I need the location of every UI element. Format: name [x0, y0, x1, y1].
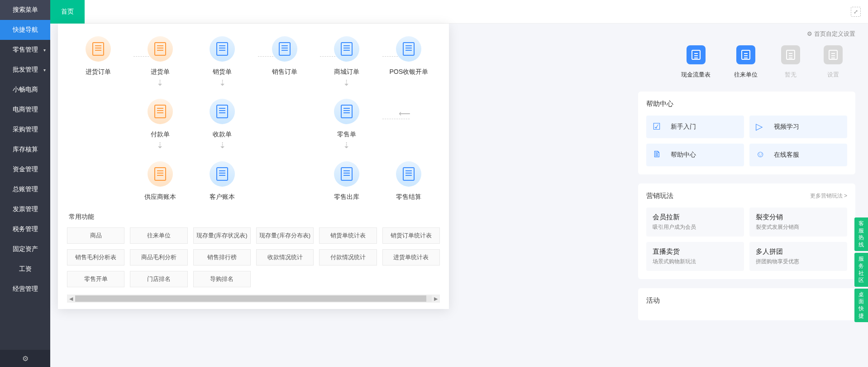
marketing-title: 营销玩法	[646, 192, 673, 200]
chevron-down-icon: ▾	[43, 48, 46, 53]
float-button[interactable]: 服务社区	[854, 253, 868, 286]
function-button[interactable]: 商品毛利分析	[130, 249, 187, 266]
marketing-item[interactable]: 会员拉新吸引用户成为会员	[646, 208, 744, 237]
function-button[interactable]: 现存量(库存状况表)	[193, 227, 251, 244]
help-center-title: 帮助中心	[646, 100, 673, 108]
marketing-item[interactable]: 直播卖货场景式购物新玩法	[646, 242, 744, 271]
marketing-item-title: 会员拉新	[653, 213, 738, 222]
function-button[interactable]: 进货单统计表	[382, 249, 440, 266]
doc-icon	[396, 161, 421, 187]
marketing-item-subtitle: 拼团购物享受优惠	[756, 258, 841, 266]
flow-node[interactable]: 零售出库	[315, 161, 377, 201]
flow-node[interactable]: POS收银开单	[378, 36, 440, 76]
tab-home[interactable]: 首页	[50, 0, 85, 24]
shortcut-label: 暂无	[785, 71, 796, 79]
sidebar-item[interactable]: 搜索菜单	[0, 0, 50, 20]
flow-node[interactable]: 收款单⇣	[191, 99, 253, 139]
flow-node-label: 收款单	[213, 130, 232, 139]
sidebar-item[interactable]: 总账管理	[0, 179, 50, 199]
doc-icon	[210, 99, 235, 124]
sidebar-item[interactable]: 采购管理	[0, 120, 50, 140]
right-panel: ⚙ 首页自定义设置 现金流量表往来单位暂无设置 帮助中心 ☑新手入门▷视频学习🗎…	[638, 30, 855, 320]
function-button[interactable]: 商品	[67, 227, 124, 244]
shortcut-item[interactable]: 现金流量表	[681, 45, 711, 79]
function-button[interactable]: 销货订单统计表	[382, 227, 440, 244]
shortcut-item[interactable]: 往来单位	[734, 45, 758, 79]
doc-icon	[334, 36, 359, 62]
sidebar-item[interactable]: 小畅电商	[0, 80, 50, 100]
side-float-buttons: 客服热线服务社区桌面快捷	[854, 217, 868, 322]
sidebar-item[interactable]: 固定资产	[0, 239, 50, 259]
flow-node-label: 零售单	[337, 130, 356, 139]
arrow-down-icon: ⇣	[157, 78, 163, 88]
horizontal-scrollbar[interactable]: ◀ ▶	[67, 295, 440, 303]
marketing-item[interactable]: 裂变分销裂变式发展分销商	[749, 208, 847, 237]
function-button[interactable]: 收款情况统计	[256, 249, 314, 266]
flow-node-label: 商城订单	[334, 68, 359, 76]
function-button[interactable]: 现存量(库存分布表)	[256, 227, 314, 244]
shortcut-icon	[781, 45, 800, 64]
settings-gear-icon[interactable]: ⚙	[0, 350, 50, 367]
scroll-left-icon[interactable]: ◀	[67, 296, 75, 302]
flow-node[interactable]: 销货单⟵⇣	[191, 36, 253, 76]
marketing-item-subtitle: 场景式购物新玩法	[653, 258, 738, 266]
doc-icon	[148, 99, 173, 124]
sidebar-item[interactable]: 资金管理	[0, 159, 50, 179]
help-icon: 🗎	[653, 149, 664, 161]
topbar: 首页 ⤢	[50, 0, 868, 24]
function-button[interactable]: 门店排名	[130, 271, 187, 287]
flow-node[interactable]: 进货订单⟶	[67, 36, 129, 76]
flow-node[interactable]: 零售单⟵⇣	[315, 99, 377, 139]
arrow-down-icon: ⇣	[343, 78, 350, 88]
help-item[interactable]: ☑新手入门	[646, 116, 744, 138]
flow-node[interactable]: 供应商账本	[129, 161, 191, 201]
marketing-more-link[interactable]: 更多营销玩法 >	[810, 192, 847, 200]
help-item[interactable]: ☺在线客服	[749, 144, 847, 166]
help-label: 视频学习	[774, 123, 799, 131]
shortcut-item[interactable]: 暂无	[781, 45, 800, 79]
flow-node[interactable]: 商城订单⟵⇣	[315, 36, 377, 76]
shortcut-icon	[736, 45, 755, 64]
help-item[interactable]: ▷视频学习	[749, 116, 847, 138]
flow-node[interactable]: 销售订单⟵	[253, 36, 315, 76]
sidebar-item[interactable]: 发票管理	[0, 199, 50, 219]
shortcut-icon	[824, 45, 843, 64]
shortcut-item[interactable]: 设置	[824, 45, 843, 79]
sidebar-item[interactable]: 快捷导航	[0, 20, 50, 40]
fullscreen-icon[interactable]: ⤢	[851, 7, 861, 17]
marketing-item[interactable]: 多人拼团拼团购物享受优惠	[749, 242, 847, 271]
flow-node[interactable]: 进货单⇣	[129, 36, 191, 76]
sidebar-item[interactable]: 经营管理	[0, 279, 50, 299]
quick-nav-flyout: 进货订单⟶进货单⇣销货单⟵⇣销售订单⟵商城订单⟵⇣POS收银开单付款单⇣收款单⇣…	[58, 24, 449, 309]
function-button[interactable]: 零售开单	[67, 271, 124, 287]
function-button[interactable]: 付款情况统计	[319, 249, 377, 266]
function-button[interactable]: 销售排行榜	[193, 249, 251, 266]
function-button[interactable]: 导购排名	[193, 271, 251, 287]
float-button[interactable]: 客服热线	[854, 217, 868, 251]
shortcut-icon	[687, 45, 706, 64]
flow-grid: 进货订单⟶进货单⇣销货单⟵⇣销售订单⟵商城订单⟵⇣POS收银开单付款单⇣收款单⇣…	[67, 36, 440, 201]
help-item[interactable]: 🗎帮助中心	[646, 144, 744, 166]
marketing-item-subtitle: 裂变式发展分销商	[756, 223, 841, 231]
scroll-right-icon[interactable]: ▶	[432, 296, 440, 302]
sidebar-item[interactable]: 电商管理	[0, 100, 50, 120]
chevron-down-icon: ▾	[43, 68, 46, 72]
sidebar-item[interactable]: 工资	[0, 259, 50, 279]
homepage-customize-link[interactable]: ⚙ 首页自定义设置	[638, 30, 855, 38]
sidebar-item[interactable]: 零售管理▾	[0, 40, 50, 60]
flow-node[interactable]: 付款单⇣	[129, 99, 191, 139]
flow-node[interactable]: 零售结算	[378, 161, 440, 201]
sidebar-item[interactable]: 税务管理	[0, 219, 50, 239]
shortcut-label: 现金流量表	[681, 71, 711, 79]
sidebar-item[interactable]: 库存核算	[0, 140, 50, 159]
function-button[interactable]: 销售毛利分析表	[67, 249, 124, 266]
function-button[interactable]: 往来单位	[130, 227, 187, 244]
arrow-down-icon: ⇣	[343, 140, 350, 150]
arrow-down-icon: ⇣	[219, 140, 226, 150]
sidebar-item[interactable]: 批发管理▾	[0, 60, 50, 80]
function-button[interactable]: 销货单统计表	[319, 227, 377, 244]
float-button[interactable]: 桌面快捷	[854, 289, 868, 322]
marketing-item-title: 多人拼团	[756, 247, 841, 256]
doc-icon	[148, 161, 173, 187]
flow-node[interactable]: 客户账本	[191, 161, 253, 201]
